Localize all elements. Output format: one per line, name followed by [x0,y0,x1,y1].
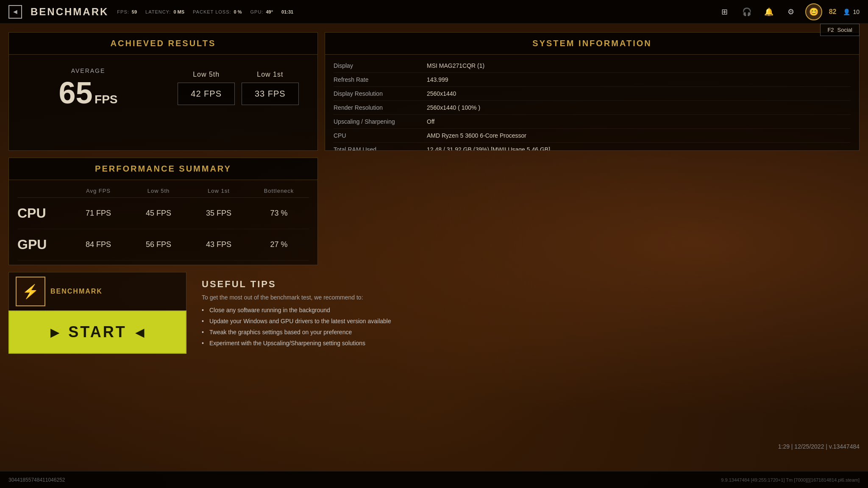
avg-fps-value: 65 [58,76,92,110]
spacer [325,158,860,265]
avg-fps-unit: FPS [95,93,117,106]
low1-label: Low 1st [242,71,299,78]
sysinfo-key: Upscaling / Sharpening [334,118,427,125]
tips-title: USEFUL TIPS [202,279,851,290]
sysinfo-row: Render Resolution2560x1440 ( 100% ) [334,101,851,115]
sysinfo-row: DisplayMSI MAG271CQR (1) [334,59,851,73]
sysinfo-row: Total RAM Used12.48 / 31.92 GB (39%) [MW… [334,143,851,151]
perf-low1: 35 FPS [189,209,249,218]
sysinfo-body: DisplayMSI MAG271CQR (1)Refresh Rate143.… [325,55,859,151]
tip-item: Update your Windows and GPU drivers to t… [202,318,851,324]
tip-item: Close any software running in the backgr… [202,307,851,313]
perf-low1: 43 FPS [189,240,249,249]
top-bar-left: ◄ BENCHMARK FPS: 59 LATENCY: 0 MS PACKET… [8,5,717,19]
sysinfo-val: MSI MAG271CQR (1) [427,62,484,69]
back-button[interactable]: ◄ [8,5,22,19]
sysinfo-val: AMD Ryzen 5 3600 6-Core Processor [427,132,526,139]
perf-header: PERFORMANCE SUMMARY [9,158,317,180]
benchmark-icon-row: ⚡ BENCHMARK [8,272,186,311]
page-title: BENCHMARK [31,6,108,18]
social-button[interactable]: F2 Social [820,24,860,36]
perf-data-rows: CPU 71 FPS 45 FPS 35 FPS 73 % GPU 84 FPS… [17,198,309,261]
bottom-section: ⚡ BENCHMARK ▶ START ◀ USEFUL TIPS To get… [8,272,860,463]
social-label: Social [837,27,852,33]
top-panels-row: ACHIEVED RESULTS AVERAGE 65 FPS Low 5th … [8,32,860,151]
avg-fps-display: 65 FPS [17,78,159,108]
perf-low5: 56 FPS [128,240,189,249]
footer-left: 30441855748411046252 [8,477,65,483]
main-content: ACHIEVED RESULTS AVERAGE 65 FPS Low 5th … [0,24,868,471]
benchmark-label: BENCHMARK [50,288,103,295]
sysinfo-val: 12.48 / 31.92 GB (39%) [MWII Usage 5.46 … [427,146,550,151]
low1-value: 33 FPS [242,83,299,105]
xp-badge: 👤 10 [843,8,860,15]
top-bar: ◄ BENCHMARK FPS: 59 LATENCY: 0 MS PACKET… [0,0,868,24]
perf-data-row: CPU 71 FPS 45 FPS 35 FPS 73 % [17,198,309,229]
perf-avg: 71 FPS [68,209,128,218]
avatar[interactable]: 😊 [805,3,822,20]
sysinfo-row: Refresh Rate143.999 [334,73,851,87]
tip-item: Tweak the graphics settings based on you… [202,329,851,336]
perf-cols-header: Avg FPSLow 5thLow 1stBottleneck [17,184,309,198]
low5-value: 42 FPS [178,83,235,105]
perf-bottleneck: 27 % [249,240,309,249]
footer-right: 9.9.13447484 [49:255:1720+1] Tm [7000][]… [721,477,860,482]
grid-icon[interactable]: ⊞ [717,4,732,19]
perf-col-header: Low 1st [189,188,249,194]
perf-component: GPU [17,237,68,252]
sysinfo-key: Display [334,62,427,69]
perf-col-header: Low 5th [128,188,189,194]
perf-data-row: GPU 84 FPS 56 FPS 43 FPS 27 % [17,229,309,261]
social-f2: F2 [827,27,834,33]
time-stat: 01:31 [281,9,293,14]
settings-icon[interactable]: ⚙ [783,4,798,19]
tip-item: Experiment with the Upscaling/Sharpening… [202,340,851,347]
latency-stat: LATENCY: 0 MS [145,9,184,14]
sysinfo-key: Render Resolution [334,104,427,111]
version-info: 1:29 | 12/25/2022 | v.13447484 [778,443,860,450]
start-arrow-right: ◀ [135,325,145,339]
sysinfo-key: Total RAM Used [334,146,427,151]
middle-row: PERFORMANCE SUMMARY Avg FPSLow 5thLow 1s… [8,158,860,265]
avg-fps-section: AVERAGE 65 FPS [17,67,159,108]
sysinfo-row: Upscaling / SharpeningOff [334,115,851,129]
packet-loss-stat: PACKET LOSS: 0 % [193,9,242,14]
sysinfo-val: Off [427,118,434,125]
headset-icon[interactable]: 🎧 [739,4,754,19]
fps-boxes: Low 5th 42 FPS Low 1st 33 FPS [167,71,309,105]
avg-label: AVERAGE [17,67,159,74]
perf-avg: 84 FPS [68,240,128,249]
tips-list: Close any software running in the backgr… [202,307,851,347]
perf-body: Avg FPSLow 5thLow 1stBottleneck CPU 71 F… [9,180,317,265]
xp-icon: 👤 [843,8,850,15]
sysinfo-key: Refresh Rate [334,76,427,83]
achieved-results-panel: ACHIEVED RESULTS AVERAGE 65 FPS Low 5th … [8,32,318,151]
tips-panel: USEFUL TIPS To get the most out of the b… [193,272,860,463]
stats-row: FPS: 59 LATENCY: 0 MS PACKET LOSS: 0 % G… [117,9,293,14]
fps-stat: FPS: 59 [117,9,137,14]
benchmark-launcher: ⚡ BENCHMARK ▶ START ◀ [8,272,186,463]
low5-label: Low 5th [178,71,235,78]
sysinfo-val: 143.999 [427,76,448,83]
low1-box: Low 1st 33 FPS [242,71,299,105]
gpu-stat: GPU: 49° [250,9,273,14]
footer: 30441855748411046252 9.9.13447484 [49:25… [0,471,868,488]
sysinfo-header: SYSTEM INFORMATION [325,33,859,55]
achieved-header: ACHIEVED RESULTS [9,33,317,55]
start-arrow-left: ▶ [50,325,60,339]
top-bar-right: ⊞ 🎧 🔔 ⚙ 😊 82 👤 10 [717,3,860,20]
start-button[interactable]: ▶ START ◀ [8,311,186,354]
sysinfo-val: 2560x1440 ( 100% ) [427,104,480,111]
perf-col-header: Bottleneck [249,188,309,194]
perf-summary-panel: PERFORMANCE SUMMARY Avg FPSLow 5thLow 1s… [8,158,318,265]
perf-bottleneck: 73 % [249,209,309,218]
sysinfo-val: 2560x1440 [427,90,456,97]
sysinfo-row: CPUAMD Ryzen 5 3600 6-Core Processor [334,129,851,143]
sysinfo-panel: SYSTEM INFORMATION DisplayMSI MAG271CQR … [325,32,860,151]
sysinfo-row: Display Resolution2560x1440 [334,87,851,101]
achieved-body: AVERAGE 65 FPS Low 5th 42 FPS Low 1st 33… [9,55,317,121]
notification-icon[interactable]: 🔔 [761,4,776,19]
perf-low5: 45 FPS [128,209,189,218]
perf-component: CPU [17,205,68,221]
benchmark-icon: ⚡ [16,277,45,306]
